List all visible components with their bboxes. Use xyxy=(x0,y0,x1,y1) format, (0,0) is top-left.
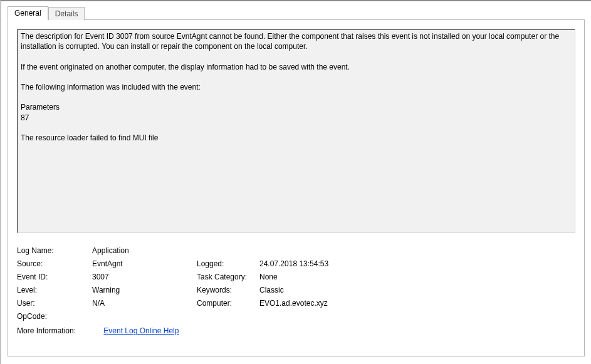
tab-general[interactable]: General xyxy=(8,6,48,20)
logged-value: 24.07.2018 13:54:53 xyxy=(259,257,336,271)
opcode-value xyxy=(92,310,189,323)
log-name-label: Log Name: xyxy=(17,244,92,257)
event-properties-grid: Log Name: Application Source: EvntAgnt L… xyxy=(17,244,575,338)
source-label: Source: xyxy=(17,257,92,271)
event-id-value: 3007 xyxy=(92,271,189,284)
keywords-label: Keywords: xyxy=(197,284,259,297)
user-label: User: xyxy=(17,297,92,310)
event-id-label: Event ID: xyxy=(17,271,92,284)
tab-details[interactable]: Details xyxy=(48,7,85,20)
more-information-label: More Information: xyxy=(17,325,102,338)
computer-value: EVO1.ad.evotec.xyz xyxy=(259,297,336,310)
task-category-label: Task Category: xyxy=(197,271,259,284)
logged-label: Logged: xyxy=(197,257,259,271)
opcode-label: OpCode: xyxy=(17,310,92,323)
task-category-value: None xyxy=(259,271,336,284)
computer-label: Computer: xyxy=(197,297,259,310)
event-description-text[interactable]: The description for Event ID 3007 from s… xyxy=(17,29,575,233)
tab-panel-general: The description for Event ID 3007 from s… xyxy=(8,19,585,356)
level-label: Level: xyxy=(17,284,92,297)
log-name-value: Application xyxy=(92,244,189,257)
keywords-value: Classic xyxy=(259,284,336,297)
event-properties-panel: General Details The description for Even… xyxy=(0,0,591,364)
user-value: N/A xyxy=(92,297,189,310)
source-value: EvntAgnt xyxy=(92,257,189,271)
tab-strip: General Details xyxy=(8,6,585,19)
level-value: Warning xyxy=(92,284,189,297)
event-log-online-help-link[interactable]: Event Log Online Help xyxy=(103,326,179,335)
